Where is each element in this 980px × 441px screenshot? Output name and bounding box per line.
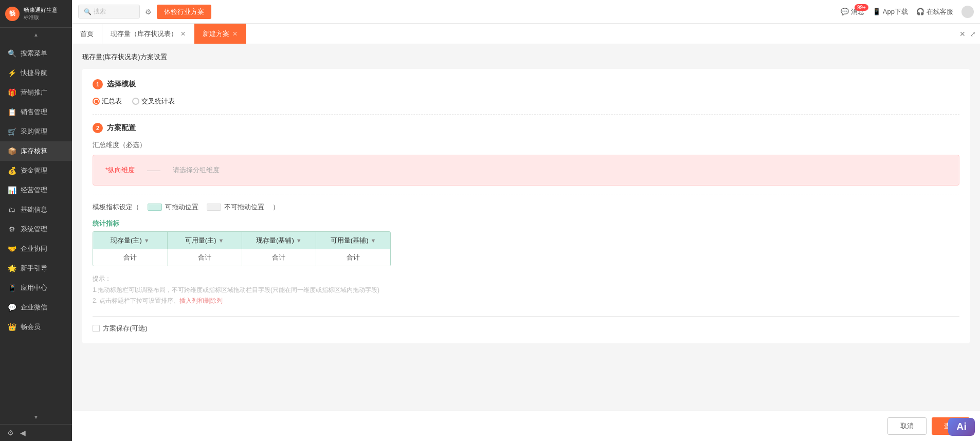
sidebar-item-marketing[interactable]: 🎁 营销推广 bbox=[0, 83, 72, 102]
dimension-dash: —— bbox=[147, 167, 160, 174]
stats-col4-header[interactable]: 可用量(基辅) ▼ bbox=[316, 232, 390, 249]
sidebar-item-guide[interactable]: 🌟 新手引导 bbox=[0, 259, 72, 278]
vertical-label: *纵向维度 bbox=[105, 166, 135, 175]
trial-btn[interactable]: 体验行业方案 bbox=[157, 5, 211, 19]
radio-cross[interactable]: 交叉统计表 bbox=[132, 97, 175, 106]
save-label: 方案保存(可选) bbox=[103, 324, 148, 333]
tip-highlight1: 删除列 bbox=[204, 297, 223, 304]
close-tab-btn[interactable]: ✕ bbox=[959, 30, 966, 38]
step1-number: 1 bbox=[93, 79, 103, 89]
sidebar-item-cooperation[interactable]: 🤝 企业协同 bbox=[0, 239, 72, 259]
sales-icon: 📋 bbox=[7, 107, 16, 117]
cancel-button[interactable]: 取消 bbox=[887, 417, 927, 435]
sidebar-item-label: 营销推广 bbox=[21, 88, 47, 97]
stats-col2-label: 可用量(主) bbox=[185, 236, 216, 245]
sidebar-item-label: 快捷导航 bbox=[21, 68, 47, 78]
col2-dropdown-icon[interactable]: ▼ bbox=[219, 237, 224, 244]
topbar-left: 🔍 搜索 ⚙ 体验行业方案 bbox=[78, 5, 211, 19]
collapse-icon[interactable]: ◀ bbox=[20, 429, 26, 437]
section-divider-1 bbox=[93, 114, 959, 115]
col1-dropdown-icon[interactable]: ▼ bbox=[144, 237, 150, 244]
movable-legend-label: 可拖动位置 bbox=[165, 203, 198, 212]
sidebar-item-vip[interactable]: 👑 畅会员 bbox=[0, 317, 72, 337]
tip-1: 1.拖动标题栏可以调整布局，不可跨维度或指标区域拖动栏目字段(只能在同一维度或指… bbox=[93, 285, 959, 295]
sidebar-item-finance[interactable]: 💰 资金管理 bbox=[0, 161, 72, 180]
app-download-label: App下载 bbox=[883, 7, 908, 16]
app-icon: 📱 bbox=[873, 8, 881, 15]
movable-legend-box bbox=[148, 204, 162, 211]
radio-summary[interactable]: 汇总表 bbox=[93, 97, 122, 106]
stats-col2-header[interactable]: 可用量(主) ▼ bbox=[168, 232, 242, 249]
online-service-label: 在线客服 bbox=[927, 7, 953, 16]
tab-new-plan-label: 新建方案 bbox=[203, 29, 229, 39]
tab-inventory-close[interactable]: ✕ bbox=[180, 30, 186, 38]
main-panel: 1 选择模板 汇总表 交叉统计表 2 方案配置 汇总维度（必 bbox=[82, 69, 970, 343]
app-download-link[interactable]: 📱 App下载 bbox=[873, 7, 908, 16]
user-area[interactable] bbox=[961, 6, 974, 18]
step2-number: 2 bbox=[93, 123, 103, 133]
guide-icon: 🌟 bbox=[7, 264, 16, 273]
tab-new-plan-close[interactable]: ✕ bbox=[232, 30, 238, 38]
step1-header: 1 选择模板 bbox=[93, 79, 959, 89]
sidebar-item-basic-info[interactable]: 🗂 基础信息 bbox=[0, 200, 72, 219]
online-service-link[interactable]: 🎧 在线客服 bbox=[916, 7, 953, 16]
sidebar-item-purchase[interactable]: 🛒 采购管理 bbox=[0, 122, 72, 141]
system-icon: ⚙ bbox=[7, 225, 16, 234]
gear-icon[interactable]: ⚙ bbox=[145, 8, 152, 16]
stats-col2-data: 合计 bbox=[168, 249, 242, 266]
sidebar-item-app-center[interactable]: 📱 应用中心 bbox=[0, 278, 72, 298]
col3-dropdown-icon[interactable]: ▼ bbox=[296, 237, 302, 244]
headset-icon: 🎧 bbox=[916, 8, 924, 15]
stats-col3-header[interactable]: 现存量(基辅) ▼ bbox=[242, 232, 317, 249]
tips-title: 提示： bbox=[93, 274, 959, 283]
settings-icon[interactable]: ⚙ bbox=[7, 429, 14, 437]
sidebar-item-quick-nav[interactable]: ⚡ 快捷导航 bbox=[0, 63, 72, 83]
stats-header-row: 现存量(主) ▼ 可用量(主) ▼ 现存量(基辅) ▼ 可用量(基辅) ▼ bbox=[93, 232, 390, 249]
sidebar-item-system[interactable]: ⚙ 系统管理 bbox=[0, 219, 72, 239]
scroll-up-btn[interactable]: ▲ bbox=[31, 30, 41, 40]
page-title: 现存量(库存状况表)方案设置 bbox=[82, 52, 970, 62]
radio-summary-label: 汇总表 bbox=[102, 97, 122, 106]
tab-home[interactable]: 首页 bbox=[72, 24, 102, 44]
topbar: 🔍 搜索 ⚙ 体验行业方案 💬 消息 99+ 📱 App下载 🎧 在线客服 bbox=[72, 0, 980, 24]
app-version: 标准版 bbox=[24, 14, 58, 21]
sidebar-item-label: 畅会员 bbox=[21, 322, 41, 332]
sidebar-item-label: 企业微信 bbox=[21, 303, 47, 312]
stats-col1-header[interactable]: 现存量(主) ▼ bbox=[93, 232, 168, 249]
sidebar-item-label: 销售管理 bbox=[21, 107, 47, 117]
sidebar-item-business[interactable]: 📊 经营管理 bbox=[0, 180, 72, 200]
footer-actions: 取消 查询 bbox=[72, 411, 980, 441]
sidebar-item-label: 系统管理 bbox=[21, 225, 47, 234]
basic-info-icon: 🗂 bbox=[7, 205, 16, 214]
sidebar-item-inventory[interactable]: 📦 库存核算 bbox=[0, 141, 72, 161]
sidebar-item-label: 应用中心 bbox=[21, 283, 47, 292]
sidebar-item-wechat[interactable]: 💬 企业微信 bbox=[0, 298, 72, 317]
sidebar-item-sales[interactable]: 📋 销售管理 bbox=[0, 102, 72, 122]
tab-new-plan[interactable]: 新建方案 ✕ bbox=[194, 24, 246, 44]
content-area: 现存量(库存状况表)方案设置 1 选择模板 汇总表 交叉统计表 bbox=[72, 44, 980, 411]
expand-btn[interactable]: ⤢ bbox=[970, 30, 976, 38]
indicator-label: 模板指标设定（ bbox=[93, 203, 139, 212]
save-checkbox[interactable] bbox=[93, 325, 100, 332]
tab-inventory-status[interactable]: 现存量（库存状况表） ✕ bbox=[102, 24, 194, 44]
section-divider-2 bbox=[93, 194, 959, 194]
sidebar-logo: 畅 畅康通好生意 标准版 bbox=[0, 0, 72, 28]
sidebar-item-search-menu[interactable]: 🔍 搜索菜单 bbox=[0, 44, 72, 63]
tips-section: 提示： 1.拖动标题栏可以调整布局，不可跨维度或指标区域拖动栏目字段(只能在同一… bbox=[93, 274, 959, 306]
scroll-down-btn[interactable]: ▼ bbox=[31, 412, 41, 422]
indicator-legend-row: 模板指标设定（ 可拖动位置 不可拖动位置 ） bbox=[93, 203, 959, 212]
app-name: 畅康通好生意 bbox=[24, 6, 58, 14]
sidebar-item-label: 企业协同 bbox=[21, 244, 47, 253]
purchase-icon: 🛒 bbox=[7, 127, 16, 136]
col4-dropdown-icon[interactable]: ▼ bbox=[371, 237, 376, 244]
message-badge[interactable]: 💬 消息 99+ bbox=[841, 7, 864, 16]
sidebar-item-label: 基础信息 bbox=[21, 205, 47, 214]
search-menu-icon: 🔍 bbox=[7, 49, 16, 58]
logo-icon: 畅 bbox=[5, 7, 20, 21]
sidebar-item-label: 资金管理 bbox=[21, 166, 47, 175]
dimension-box[interactable]: *纵向维度 —— 请选择分组维度 bbox=[93, 155, 959, 186]
stats-data-row: 合计 合计 合计 合计 bbox=[93, 249, 390, 266]
search-box[interactable]: 🔍 搜索 bbox=[78, 5, 140, 19]
step2-header: 2 方案配置 bbox=[93, 123, 959, 133]
ai-badge[interactable]: Ai bbox=[948, 418, 975, 436]
